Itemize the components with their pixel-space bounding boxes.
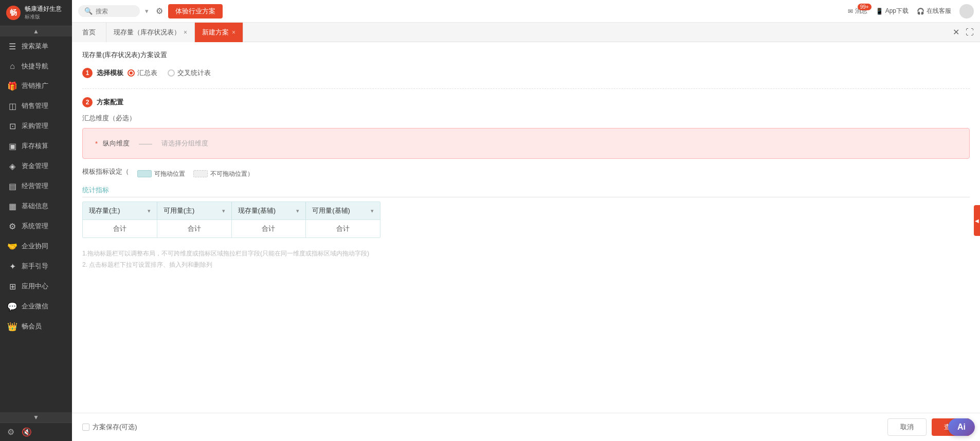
sidebar-item-management[interactable]: ▤ 经营管理 <box>0 176 72 196</box>
tab-inventory-close-icon[interactable]: × <box>184 29 187 36</box>
phone-icon: 📱 <box>876 8 883 15</box>
ai-fab-button[interactable]: Ai <box>948 418 975 436</box>
sidebar-item-inventory[interactable]: ▣ 库存核算 <box>0 136 72 156</box>
sidebar-item-label: 资金管理 <box>22 161 48 171</box>
stats-col-3-label: 可用量(基辅) <box>312 206 350 215</box>
sidebar-nav: ☰ 搜索菜单 ⌂ 快捷导航 🎁 营销推广 ◫ 销售管理 ⊡ 采购管理 ▣ 库存核… <box>0 36 72 412</box>
dimension-placeholder[interactable]: 请选择分组维度 <box>161 139 208 148</box>
stats-cell-0: 合计 <box>83 220 157 237</box>
sidebar-item-system[interactable]: ⚙ 系统管理 <box>0 216 72 236</box>
member-icon: 👑 <box>7 322 17 332</box>
newbie-icon: ✦ <box>7 262 17 271</box>
sidebar-item-label: 快捷导航 <box>22 62 48 71</box>
purchase-icon: ⊡ <box>7 121 17 131</box>
save-checkbox[interactable] <box>82 424 89 431</box>
search-icon: 🔍 <box>84 7 93 15</box>
sidebar-scroll-up[interactable]: ▲ <box>0 26 72 36</box>
chevron-down-icon[interactable]: ▾ <box>145 7 149 15</box>
step2-badge: 2 <box>82 97 93 107</box>
message-button[interactable]: ✉ 消息 99+ <box>848 7 867 15</box>
cancel-button[interactable]: 取消 <box>887 418 927 436</box>
stats-col-1[interactable]: 可用量(主) ▾ <box>157 202 232 219</box>
step1-header: 1 选择模板 汇总表 交叉统计表 <box>82 68 970 78</box>
legend-fixed-box <box>193 170 208 177</box>
sidebar-item-marketing[interactable]: 🎁 营销推广 <box>0 76 72 96</box>
legend-draggable-box <box>137 170 152 177</box>
stats-cell-2: 合计 <box>232 220 306 237</box>
sidebar-item-member[interactable]: 👑 畅会员 <box>0 317 72 337</box>
legend-draggable-label: 可拖动位置 <box>154 170 185 178</box>
basic-info-icon: ▦ <box>7 201 17 211</box>
management-icon: ▤ <box>7 181 17 191</box>
app-sub: 标准版 <box>25 13 62 21</box>
app-download-label: App下载 <box>885 7 909 15</box>
topbar-right: ✉ 消息 99+ 📱 App下载 🎧 在线客服 <box>848 4 974 19</box>
finance-icon: ◈ <box>7 161 17 171</box>
right-edge-handle[interactable]: ◀ <box>974 205 980 236</box>
summary-dim-label: 汇总维度（必选） <box>82 114 970 123</box>
sidebar-item-finance[interactable]: ◈ 资金管理 <box>0 156 72 176</box>
avatar[interactable] <box>959 4 974 19</box>
stats-table: 现存量(主) ▾ 可用量(主) ▾ 现存量(基辅) ▾ 可用量(基辅) ▾ <box>82 201 380 238</box>
stats-col-0[interactable]: 现存量(主) ▾ <box>83 202 157 219</box>
sidebar-item-label: 基础信息 <box>22 201 48 211</box>
dimension-label: 纵向维度 <box>103 139 130 148</box>
sidebar-item-label: 销售管理 <box>22 101 48 111</box>
close-tab-icon[interactable]: ✕ <box>951 25 961 39</box>
save-checkbox-label: 方案保存(可选) <box>93 422 137 432</box>
online-service-button[interactable]: 🎧 在线客服 <box>917 7 951 15</box>
step2-header: 2 方案配置 <box>82 97 970 107</box>
sidebar-item-search-menu[interactable]: ☰ 搜索菜单 <box>0 36 72 57</box>
service-label: 在线客服 <box>927 7 951 15</box>
expand-icon[interactable]: ⛶ <box>964 26 976 39</box>
search-menu-icon: ☰ <box>7 42 17 51</box>
step1-section: 1 选择模板 汇总表 交叉统计表 <box>82 68 970 78</box>
sidebar-item-app-center[interactable]: ⊞ 应用中心 <box>0 277 72 297</box>
sidebar-item-label: 采购管理 <box>22 121 48 131</box>
tab-inventory-status[interactable]: 现存量（库存状况表） × <box>106 23 195 42</box>
sidebar-item-newbie[interactable]: ✦ 新手引导 <box>0 256 72 277</box>
sidebar-item-enterprise[interactable]: 🤝 企业协同 <box>0 236 72 256</box>
tab-home[interactable]: 首页 <box>72 23 106 42</box>
radio-summary-dot <box>128 69 135 77</box>
stats-table-row: 合计 合计 合计 合计 <box>83 219 380 237</box>
sidebar-item-sales[interactable]: ◫ 销售管理 <box>0 96 72 116</box>
stats-section-label: 统计指标 <box>82 186 970 197</box>
step2-section: 2 方案配置 汇总维度（必选） * 纵向维度 —— 请选择分组维度 模板指标设定… <box>82 97 970 270</box>
radio-summary[interactable]: 汇总表 <box>128 68 157 78</box>
step2-title: 方案配置 <box>97 98 123 107</box>
topbar-search-box[interactable]: 🔍 <box>78 5 140 17</box>
sidebar-item-purchase[interactable]: ⊡ 采购管理 <box>0 116 72 136</box>
sound-icon[interactable]: 🔇 <box>22 427 32 437</box>
tabbar: 首页 现存量（库存状况表） × 新建方案 × ✕ ⛶ <box>72 23 980 42</box>
chevron-down-icon: ▾ <box>148 208 151 214</box>
radio-cross[interactable]: 交叉统计表 <box>168 68 211 78</box>
sidebar-item-enterprise-wechat[interactable]: 💬 企业微信 <box>0 297 72 317</box>
save-option[interactable]: 方案保存(可选) <box>82 422 137 432</box>
sidebar-item-basic-info[interactable]: ▦ 基础信息 <box>0 196 72 216</box>
system-icon: ⚙ <box>7 222 17 231</box>
app-download-button[interactable]: 📱 App下载 <box>876 7 909 15</box>
sidebar-item-label: 搜索菜单 <box>22 42 48 51</box>
tab-new-plan-label: 新建方案 <box>202 28 229 37</box>
stats-col-3[interactable]: 可用量(基辅) ▾ <box>306 202 380 219</box>
sidebar-item-quick-nav[interactable]: ⌂ 快捷导航 <box>0 57 72 76</box>
trial-industry-button[interactable]: 体验行业方案 <box>168 4 223 19</box>
stats-col-2[interactable]: 现存量(基辅) ▾ <box>232 202 306 219</box>
chevron-down-icon: ▾ <box>371 208 374 214</box>
sidebar-scroll-down[interactable]: ▼ <box>0 412 72 422</box>
stats-col-1-label: 可用量(主) <box>164 206 195 215</box>
sidebar-item-label: 营销推广 <box>22 81 48 90</box>
tips: 1.拖动标题栏可以调整布局，不可跨维度或指标区域拖拉栏目字段(只能在同一维度或指… <box>82 248 970 270</box>
search-input[interactable] <box>96 8 137 15</box>
tab-new-plan[interactable]: 新建方案 × <box>195 23 243 42</box>
settings-icon[interactable]: ⚙ <box>7 427 14 437</box>
sidebar-item-label: 新手引导 <box>22 262 48 271</box>
topbar-gear-icon[interactable]: ⚙ <box>156 6 163 16</box>
dimension-row: * 纵向维度 —— 请选择分组维度 <box>95 139 957 148</box>
content-area: 现存量(库存状况表)方案设置 1 选择模板 汇总表 交叉统计表 <box>72 42 980 413</box>
tab-new-plan-close-icon[interactable]: × <box>232 29 235 36</box>
page-title: 现存量(库存状况表)方案设置 <box>82 50 970 60</box>
marketing-icon: 🎁 <box>7 81 17 91</box>
app-logo: 畅 畅康通好生意 标准版 <box>0 0 72 26</box>
